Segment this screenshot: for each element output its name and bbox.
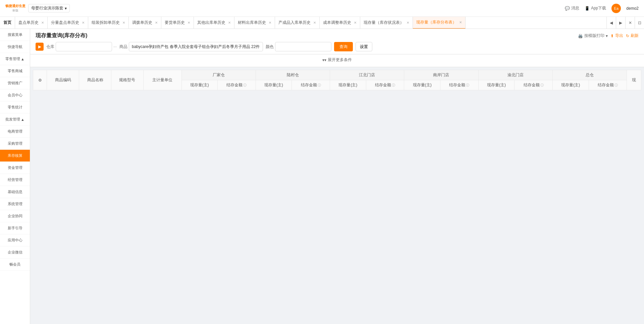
product-label: 商品 (119, 44, 127, 50)
col-lc-qty: 现存量(主) (256, 80, 292, 90)
settings-gear-icon[interactable]: ⚙ (38, 78, 42, 83)
tab-close-icon[interactable]: ✕ (269, 21, 271, 25)
setting-button[interactable]: 设置 (356, 42, 372, 51)
info-icon[interactable]: ⓘ (466, 83, 469, 87)
tab-fraction-history[interactable]: 分量盘点单历史 ✕ (48, 17, 88, 29)
message-btn[interactable]: 💬 消息 (565, 5, 579, 11)
col-fj-qty: 现存量(主) (181, 80, 218, 90)
expand-conditions-btn[interactable]: ▾▾ 展开更多条件 (322, 57, 352, 63)
tab-demand-history[interactable]: 要货单历史 ✕ (161, 17, 194, 29)
tab-close-all-btn[interactable]: ✕ (625, 17, 635, 29)
sidebar-item-guide[interactable]: 新手引导 (0, 222, 30, 234)
info-icon[interactable]: ⓘ (318, 83, 321, 87)
sidebar-item-retail-mgmt[interactable]: 零售管理 ▲ (0, 53, 30, 65)
info-icon[interactable]: ⓘ (614, 83, 618, 87)
sidebar-item-corp-collab[interactable]: 企业协同 (0, 210, 30, 222)
warehouse-input[interactable] (56, 42, 112, 51)
tab-close-icon[interactable]: ✕ (407, 21, 409, 25)
tab-product-inbound[interactable]: 产成品入库单历史 ✕ (275, 17, 320, 29)
col-gear: ⚙ (33, 70, 47, 90)
tab-close-icon[interactable]: ✕ (187, 21, 190, 25)
tab-expand-btn[interactable]: ⊡ (635, 17, 644, 29)
sidebar-item-retail-mall[interactable]: 零售商城 (0, 65, 30, 77)
print-btn[interactable]: 🖨️ 按模版打印 ▾ (578, 33, 608, 39)
sidebar-item-marketing[interactable]: 营销推广 (0, 77, 30, 89)
col-total-qty: 现存量(主) (552, 80, 589, 90)
tab-bar: 首页 盘点单历史 ✕ 分量盘点单历史 ✕ 组装拆卸单历史 ✕ 调拨单历史 ✕ 要… (0, 17, 644, 29)
filter-bar: ▶ 仓库 ··· 商品 颜色 查询 设置 (30, 39, 644, 54)
col-na-amt: 结存金额ⓘ (440, 80, 478, 90)
tab-stock-distribution[interactable]: 现存量（库存分布表） ✕ (413, 17, 466, 29)
tab-transfer-history[interactable]: 调拨单历史 ✕ (129, 17, 161, 29)
tab-assembly-history[interactable]: 组装拆卸单历史 ✕ (88, 17, 129, 29)
info-icon[interactable]: ⓘ (540, 83, 544, 87)
sidebar-item-basics[interactable]: 基础信息 (0, 186, 30, 198)
col-group-lucun: 陆村仓 (256, 70, 330, 80)
tab-other-outbound[interactable]: 其他出库单历史 ✕ (194, 17, 234, 29)
sidebar-item-system[interactable]: 系统管理 (0, 198, 30, 210)
filter-row2: ▾▾ 展开更多条件 (30, 54, 644, 67)
filter-expand-arrow[interactable]: ▶ (36, 43, 44, 51)
tab-prev-btn[interactable]: ◀ (606, 17, 616, 29)
tab-material-outbound[interactable]: 材料出库单历史 ✕ (234, 17, 275, 29)
expand-label: 展开更多条件 (328, 57, 352, 63)
sidebar-item-wechat[interactable]: 企业微信 (0, 246, 30, 259)
avatar[interactable]: Ea (611, 4, 621, 13)
tab-close-icon[interactable]: ✕ (228, 21, 231, 25)
col-yb-amt: 结存金额ⓘ (515, 80, 553, 90)
col-code: 商品编码 (47, 70, 79, 90)
sidebar-item-app-center[interactable]: 应用中心 (0, 234, 30, 246)
sidebar-item-purchase[interactable]: 采购管理 (0, 138, 30, 150)
download-icon: 📱 (585, 6, 590, 11)
print-label: 按模版打印 (584, 33, 604, 39)
tab-close-icon[interactable]: ✕ (354, 21, 357, 25)
sidebar-item-search[interactable]: 搜索英单 (0, 29, 30, 41)
info-icon[interactable]: ⓘ (243, 83, 247, 87)
tab-close-icon[interactable]: ✕ (459, 20, 462, 24)
tab-inventory-history[interactable]: 盘点单历史 ✕ (15, 17, 48, 29)
tab-close-icon[interactable]: ✕ (41, 21, 44, 25)
tab-close-icon[interactable]: ✕ (313, 21, 316, 25)
refresh-label: 刷新 (631, 33, 639, 39)
tab-cost-adjust[interactable]: 成本调整单历史 ✕ (320, 17, 360, 29)
tab-nav-btns: ◀ ▶ ✕ ⊡ (606, 17, 644, 29)
sidebar-item-stock-calc[interactable]: 库存核算 (0, 150, 30, 162)
refresh-btn[interactable]: ↻ 刷新 (626, 33, 639, 39)
tab-home[interactable]: 首页 (0, 17, 15, 29)
col-lc-amt: 结存金额ⓘ (292, 80, 330, 90)
info-icon[interactable]: ⓘ (392, 83, 395, 87)
col-unit: 主计量单位 (143, 70, 181, 90)
filter-product-field: 商品 (119, 42, 263, 51)
sidebar-item-operations[interactable]: 经营管理 (0, 174, 30, 186)
industry-label: 母婴行业演示陈套 (31, 5, 63, 11)
warehouse-label: 仓库 (46, 44, 54, 50)
export-label: 导出 (615, 33, 623, 39)
tab-scroll-area: 首页 盘点单历史 ✕ 分量盘点单历史 ✕ 组装拆卸单历史 ✕ 调拨单历史 ✕ 要… (0, 17, 606, 29)
tab-close-icon[interactable]: ✕ (82, 21, 85, 25)
tab-close-icon[interactable]: ✕ (155, 21, 158, 25)
col-na-qty: 现存量(主) (404, 80, 440, 90)
col-name: 商品名称 (79, 70, 111, 90)
app-label: App下载 (591, 5, 606, 11)
query-button[interactable]: 查询 (334, 42, 353, 51)
export-btn[interactable]: ⬆ 导出 (610, 33, 623, 39)
sidebar-item-quicknav[interactable]: 快捷导航 (0, 41, 30, 53)
tab-close-icon[interactable]: ✕ (122, 21, 125, 25)
product-input[interactable] (129, 42, 263, 51)
app-download-btn[interactable]: 📱 App下载 (585, 5, 606, 11)
logo-subtitle: 标版 (12, 8, 18, 13)
tab-stock-status[interactable]: 现存量（库存状况表） ✕ (360, 17, 413, 29)
page-header: 现存量查询(库存分布) 🖨️ 按模版打印 ▾ ⬆ 导出 ↻ 刷新 (30, 29, 644, 39)
col-group-jiangbei: 江北门店 (330, 70, 404, 80)
industry-dropdown[interactable]: 母婴行业演示陈套 ▾ (28, 4, 70, 12)
sidebar-item-retail-stats[interactable]: 零售统计 (0, 101, 30, 113)
sidebar-item-finance[interactable]: 资金管理 (0, 162, 30, 174)
sidebar-item-ecommerce[interactable]: 电商管理 (0, 126, 30, 138)
print-dropdown-icon: ▾ (606, 34, 608, 38)
tab-next-btn[interactable]: ▶ (616, 17, 625, 29)
sidebar-item-member[interactable]: 会员中心 (0, 89, 30, 101)
sidebar-item-wholesale-mgmt[interactable]: 批发管理 ▲ (0, 113, 30, 126)
color-input[interactable] (275, 42, 331, 51)
top-bar-right: 💬 消息 📱 App下载 Ea demo2 (565, 4, 639, 13)
sidebar-item-member-app[interactable]: 畅会员 (0, 259, 30, 271)
